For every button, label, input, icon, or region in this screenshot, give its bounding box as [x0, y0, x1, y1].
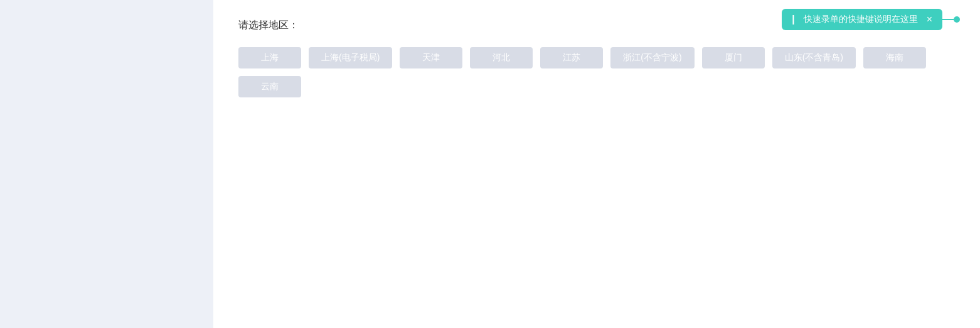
tooltip-close-button[interactable]: ×: [927, 14, 932, 25]
region-btn-xiamen[interactable]: 厦门: [702, 47, 765, 68]
region-buttons-container: 上海上海(电子税局)天津河北江苏浙江(不含宁波)厦门山东(不含青岛)海南云南: [238, 47, 955, 97]
tooltip-text: 快速录单的快捷键说明在这里: [804, 14, 918, 25]
region-btn-hebei[interactable]: 河北: [470, 47, 533, 68]
region-btn-shandong[interactable]: 山东(不含青岛): [772, 47, 856, 68]
region-btn-tianjin[interactable]: 天津: [400, 47, 462, 68]
region-btn-jiangsu[interactable]: 江苏: [540, 47, 603, 68]
main-content: 请选择地区： 上海上海(电子税局)天津河北江苏浙江(不含宁波)厦门山东(不含青岛…: [213, 0, 980, 328]
sidebar: [0, 0, 213, 328]
region-btn-zhejiang[interactable]: 浙江(不含宁波): [610, 47, 694, 68]
region-btn-shanghai-etax[interactable]: 上海(电子税局): [309, 47, 392, 68]
region-btn-yunnan[interactable]: 云南: [238, 76, 301, 97]
tooltip-connector-dot: [954, 16, 960, 23]
region-btn-hainan[interactable]: 海南: [863, 47, 926, 68]
tooltip-connector-line: [941, 19, 954, 20]
tooltip-banner: 快速录单的快捷键说明在这里 ×: [782, 9, 942, 30]
region-btn-shanghai[interactable]: 上海: [238, 47, 301, 68]
